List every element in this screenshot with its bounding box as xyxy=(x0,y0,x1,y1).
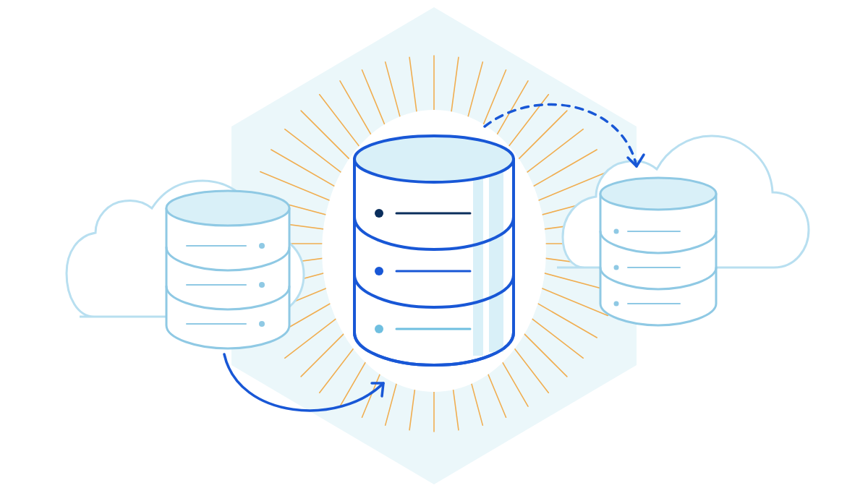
svg-point-57 xyxy=(259,243,265,249)
svg-rect-63 xyxy=(489,153,503,352)
svg-point-51 xyxy=(614,265,619,270)
svg-point-61 xyxy=(259,321,265,327)
svg-point-49 xyxy=(614,229,619,234)
svg-rect-62 xyxy=(473,152,483,356)
svg-point-59 xyxy=(259,282,265,288)
svg-point-55 xyxy=(166,191,289,226)
svg-point-65 xyxy=(375,209,383,218)
svg-point-53 xyxy=(614,301,619,307)
database-center-icon xyxy=(354,136,514,365)
svg-point-69 xyxy=(375,325,383,333)
svg-point-48 xyxy=(600,178,716,210)
database-right-icon xyxy=(600,178,716,325)
database-left-icon xyxy=(166,191,289,348)
svg-point-67 xyxy=(375,267,383,275)
svg-point-64 xyxy=(354,136,514,182)
database-diagram xyxy=(0,0,868,488)
